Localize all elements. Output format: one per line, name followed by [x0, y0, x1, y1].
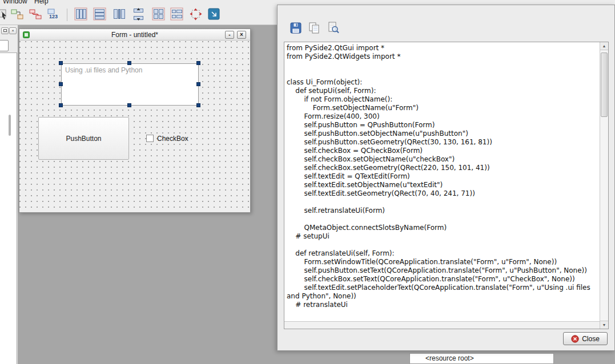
checkbox-label: CheckBox — [157, 135, 188, 143]
resource-browser-panel: <resource root> — [409, 353, 554, 364]
textedit-placeholder: Using .ui files and Python — [62, 64, 198, 76]
save-button[interactable] — [289, 21, 304, 36]
close-dialog-button[interactable]: Close — [563, 332, 608, 345]
find-icon — [327, 21, 340, 35]
layout-grid-icon — [152, 7, 166, 21]
float-icon — [3, 29, 7, 32]
edit-widgets-icon — [0, 7, 9, 21]
pushbutton-label: PushButton — [66, 135, 101, 143]
scrollbar-handle[interactable] — [601, 52, 608, 117]
find-button[interactable] — [327, 21, 341, 36]
layout-vertical-icon — [93, 7, 107, 21]
layout-splitter-horizontal-icon — [112, 7, 126, 21]
edit-signals-slots-icon — [10, 7, 24, 21]
generated-code[interactable]: from PySide2.QtGui import * from PySide2… — [284, 42, 600, 321]
close-button[interactable]: × — [237, 31, 246, 39]
break-layout-button[interactable] — [189, 7, 204, 22]
svg-text:123: 123 — [49, 14, 58, 19]
edit-buddies-button[interactable] — [29, 7, 43, 22]
layout-horizontal-icon — [74, 7, 88, 21]
scroll-down-button[interactable]: ▼ — [600, 321, 608, 329]
close-icon: × — [11, 28, 14, 33]
save-icon — [289, 21, 303, 35]
form-window-titlebar[interactable]: Form - untitled* - × — [19, 29, 250, 41]
layout-form-icon — [170, 7, 184, 21]
resource-root-item[interactable]: <resource root> — [425, 354, 474, 362]
selection-handle-e[interactable] — [196, 82, 200, 86]
selection-handle-nw[interactable] — [59, 61, 63, 65]
qt-designer-workspace: Window Help — [0, 0, 615, 364]
widget-box-scrollbar[interactable] — [9, 115, 11, 136]
edit-tab-order-icon: 123 — [47, 7, 61, 21]
edit-tab-order-button[interactable]: 123 — [47, 7, 62, 22]
copy-button[interactable] — [307, 21, 322, 36]
layout-horizontal-button[interactable] — [74, 7, 89, 22]
selection-handle-se[interactable] — [196, 103, 200, 107]
textedit-widget[interactable]: Using .ui files and Python — [61, 63, 199, 106]
edit-buddies-icon — [29, 7, 42, 21]
close-button-label: Close — [582, 335, 600, 343]
layout-splitter-horizontal-button[interactable] — [112, 7, 127, 22]
arrow-up-icon: ▲ — [602, 44, 606, 48]
selection-handle-s[interactable] — [127, 103, 131, 107]
widget-box-list — [0, 52, 17, 364]
selection-handle-ne[interactable] — [196, 61, 200, 65]
selection-handle-sw[interactable] — [59, 103, 63, 107]
arrow-down-icon: ▼ — [602, 323, 606, 327]
checkbox-indicator[interactable] — [146, 135, 154, 142]
form-window: Form - untitled* - × Using .ui files and… — [19, 29, 251, 213]
adjust-size-button[interactable] — [207, 7, 222, 22]
layout-vertical-button[interactable] — [93, 7, 108, 22]
form-window-title: Form - untitled* — [19, 29, 250, 41]
dock-float-button[interactable] — [1, 27, 9, 34]
break-layout-icon — [189, 7, 203, 21]
vertical-scrollbar[interactable]: ▲ ▼ — [600, 42, 608, 329]
selection-handle-n[interactable] — [127, 61, 131, 65]
form-canvas[interactable]: Using .ui files and Python PushButton Ch… — [19, 41, 250, 212]
code-preview-dialog: from PySide2.QtGui import * from PySide2… — [277, 5, 615, 351]
edit-widgets-button[interactable] — [0, 7, 10, 22]
layout-form-button[interactable] — [170, 7, 185, 22]
menu-window[interactable]: Window — [3, 0, 27, 5]
scroll-up-button[interactable]: ▲ — [600, 42, 608, 50]
edit-signals-slots-button[interactable] — [10, 7, 25, 22]
widget-box-dock: × — [0, 25, 18, 364]
layout-grid-button[interactable] — [152, 7, 167, 22]
dialog-close-icon — [571, 335, 579, 343]
checkbox-widget[interactable]: CheckBox — [146, 134, 188, 143]
widget-filter-input[interactable] — [0, 40, 9, 51]
copy-icon — [307, 21, 321, 35]
minimize-button[interactable]: - — [225, 31, 234, 39]
layout-splitter-vertical-icon — [132, 7, 146, 21]
dock-close-button[interactable]: × — [9, 27, 17, 34]
layout-splitter-vertical-button[interactable] — [132, 7, 147, 22]
adjust-size-icon — [207, 7, 221, 21]
menu-help[interactable]: Help — [34, 0, 49, 5]
code-textarea[interactable]: from PySide2.QtGui import * from PySide2… — [284, 42, 609, 329]
horizontal-scrollbar[interactable] — [284, 321, 600, 329]
pushbutton-widget[interactable]: PushButton — [38, 117, 129, 160]
selection-handle-w[interactable] — [59, 82, 63, 86]
toolbar-separator — [67, 9, 67, 21]
